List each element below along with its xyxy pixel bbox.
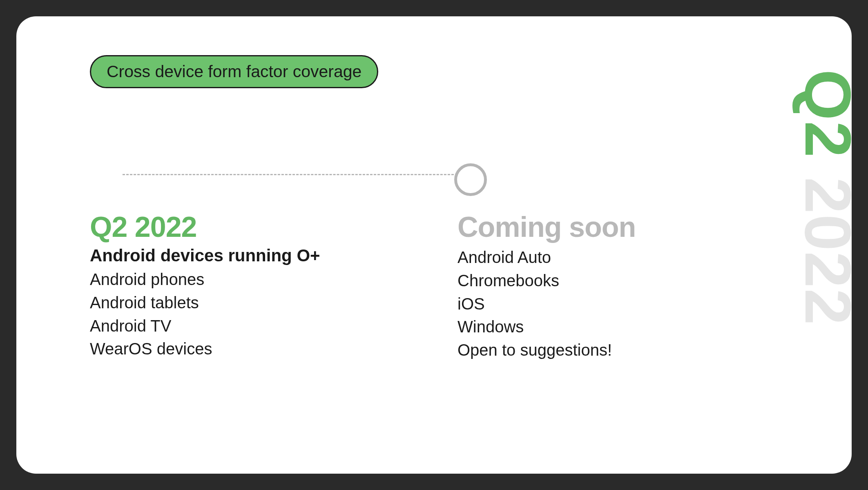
watermark-green-part: Q2 [792,69,852,158]
list-item: Chromebooks [457,269,825,292]
list-item: Android Auto [457,246,825,269]
timeline-dashed-line [123,174,457,175]
list-item: iOS [457,292,825,316]
list-item: Android phones [90,268,457,291]
list-item: Android TV [90,314,457,338]
title-badge: Cross device form factor coverage [90,55,378,88]
list-item: Open to suggestions! [457,339,825,362]
timeline-marker-circle-icon [454,163,487,196]
timeline [123,162,778,186]
current-heading: Q2 2022 [90,211,457,243]
current-subheading: Android devices running O+ [90,246,457,265]
list-item: Android tablets [90,291,457,314]
list-item: WearOS devices [90,337,457,361]
slide-card: Cross device form factor coverage Q2 202… [16,16,852,474]
coming-soon-heading: Coming soon [457,211,825,243]
columns-container: Q2 2022 Android devices running O+ Andro… [90,211,778,362]
column-coming-soon: Coming soon Android Auto Chromebooks iOS… [457,211,825,362]
column-current: Q2 2022 Android devices running O+ Andro… [90,211,457,362]
list-item: Windows [457,315,825,339]
